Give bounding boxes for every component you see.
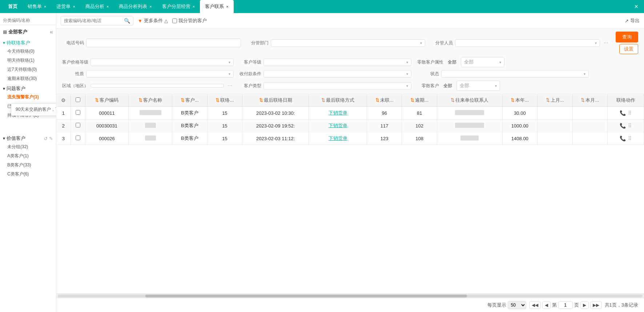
sidebar-item-c-class[interactable]: C类客户(6) <box>0 170 56 179</box>
row3-select[interactable] <box>76 135 80 140</box>
settings-button[interactable]: 设置 <box>619 44 638 54</box>
header-this-month[interactable]: ⇅本月... <box>572 94 608 107</box>
row3-checkbox[interactable] <box>71 132 85 145</box>
phone-input[interactable] <box>86 39 241 47</box>
query-button[interactable]: 查询 <box>616 32 638 42</box>
scattered-attr-select[interactable]: 全部 ▾ <box>461 57 504 67</box>
header-unit-contact[interactable]: ⇅往来单位联系人 <box>437 94 502 107</box>
close-customer-contact-tab[interactable]: × <box>226 4 228 9</box>
page-size-select[interactable]: 10 20 50 100 <box>508 301 526 309</box>
row1-select[interactable] <box>76 110 80 115</box>
scattered-customer-select[interactable]: 全部 ▾ <box>456 81 500 91</box>
row3-phone-icon[interactable]: 📞 <box>620 135 626 141</box>
more-conditions-button[interactable]: ▼ 更多条件 △ <box>138 17 168 24</box>
sidebar-item-a-class[interactable]: A类客户(1) <box>0 151 56 161</box>
next-page-button[interactable]: ▶ <box>580 301 589 309</box>
header-last-contact-date[interactable]: ⇅最后联络日期 <box>242 94 309 107</box>
sidebar-collapse-icon[interactable]: « <box>50 29 53 35</box>
close-customer-segment-tab[interactable]: × <box>193 4 195 9</box>
nature-select[interactable]: ▾ <box>86 70 234 78</box>
customer-grade-select[interactable]: ▾ <box>263 58 411 66</box>
first-page-button[interactable]: ◀◀ <box>529 301 541 309</box>
row1-checkbox[interactable] <box>71 107 85 119</box>
price-grade-select[interactable]: ▾ <box>90 58 234 66</box>
sidebar-section-value[interactable]: 价值客户 ↺ ✎ <box>0 133 56 142</box>
export-button[interactable]: ↗ 导出 <box>625 17 640 24</box>
close-goods-analysis-list-tab[interactable]: × <box>149 4 152 9</box>
header-checkbox[interactable] <box>71 94 85 107</box>
header-customer-type[interactable]: ⇅客户... <box>172 94 208 107</box>
row1-more-icon[interactable]: ⠿ <box>628 110 632 116</box>
region-select[interactable] <box>90 84 224 88</box>
row3-method-link[interactable]: 下销货单 <box>329 135 347 141</box>
edit-icon[interactable]: ✎ <box>49 136 53 141</box>
header-customer-code[interactable]: ⇅客户编码 <box>85 94 129 107</box>
sidebar-item-7days-contact[interactable]: 近7天待联络(0) <box>0 65 56 74</box>
sidebar-item-tomorrow-contact[interactable]: 明天待联络(1) <box>0 56 56 65</box>
nav-tab-home[interactable]: 首页 <box>3 0 23 13</box>
nav-tab-goods-analysis-list[interactable]: 商品分析列表 × <box>114 0 157 13</box>
sidebar-section-pending[interactable]: 待联络客户 <box>0 37 56 47</box>
row1-phone-icon[interactable]: 📞 <box>620 110 626 116</box>
scrollbar-track[interactable] <box>58 295 643 297</box>
last-page-button[interactable]: ▶▶ <box>590 301 602 309</box>
sidebar-item-churn-warning[interactable]: 流失预警客户(3) <box>0 93 56 102</box>
header-this-year[interactable]: ⇅本年... <box>502 94 538 107</box>
row2-phone-icon[interactable]: 📞 <box>620 123 626 129</box>
sidebar-all-customers[interactable]: ⊞ 全部客户 « <box>0 27 56 37</box>
sidebar-item-ungrouped[interactable]: 未分组(32) <box>0 142 56 151</box>
close-purchase-tab[interactable]: × <box>73 4 75 9</box>
nav-tab-sales[interactable]: 销售单 × <box>23 0 51 13</box>
nav-tab-goods-analysis[interactable]: 商品分析 × <box>80 0 114 13</box>
payment-select[interactable]: ▾ <box>263 70 411 78</box>
page-number-input[interactable] <box>558 301 573 309</box>
nav-tab-customer-segment[interactable]: 客户分层经营 × <box>157 0 200 13</box>
row2-method[interactable]: 下销货单 <box>309 119 367 132</box>
my-customers-checkbox[interactable]: 我分管的客户 <box>172 17 207 24</box>
prev-page-button[interactable]: ◀ <box>542 301 551 309</box>
region-more-btn[interactable]: ··· <box>226 82 234 89</box>
header-gear[interactable]: ⚙ <box>56 94 71 107</box>
sidebar-section-problem[interactable]: 问题客户 <box>0 83 56 93</box>
row3-more-icon[interactable]: ⠿ <box>628 135 632 141</box>
row3-method[interactable]: 下销货单 <box>309 132 367 145</box>
sidebar-item-b-class[interactable]: B类客户(33) <box>0 161 56 170</box>
refresh-icon[interactable]: ↺ <box>44 136 48 141</box>
header-customer-name[interactable]: ⇅客户名称 <box>129 94 172 107</box>
nav-tab-purchase[interactable]: 进货单 × <box>51 0 80 13</box>
dept-select[interactable]: ▾ <box>271 39 426 47</box>
header-last-month[interactable]: ⇅上月... <box>538 94 573 107</box>
row2-select[interactable] <box>76 123 80 127</box>
horizontal-scrollbar[interactable] <box>56 293 644 298</box>
header-overdue[interactable]: ⇅逾期... <box>402 94 437 107</box>
gear-icon[interactable]: ⚙ <box>61 97 66 103</box>
close-all-tabs-button[interactable]: × <box>631 3 641 11</box>
header-not-contacted[interactable]: ⇅未联... <box>367 94 402 107</box>
sidebar-item-overdue-contact[interactable]: 逾期未联络(30) <box>0 74 56 83</box>
header-contact-count[interactable]: ⇅联络... <box>207 94 242 107</box>
select-all-checkbox[interactable] <box>76 97 80 102</box>
page-size-selector[interactable]: 每页显示 10 20 50 100 <box>487 301 526 309</box>
row3-this-month <box>572 132 608 145</box>
my-customers-check[interactable] <box>172 19 177 23</box>
scrollbar-thumb[interactable] <box>145 295 467 297</box>
filter-search-box[interactable]: 🔍 <box>61 16 133 25</box>
person-more-btn[interactable]: ··· <box>602 40 610 46</box>
close-sales-tab[interactable]: × <box>44 4 46 9</box>
sidebar-search-box[interactable]: 🔍 <box>0 16 56 25</box>
nav-tab-customer-contact[interactable]: 客户联系 × <box>200 0 233 13</box>
row2-method-link[interactable]: 下销货单 <box>329 123 347 128</box>
sidebar-search-input[interactable] <box>3 18 56 23</box>
row1-method-link[interactable]: 下销货单 <box>329 110 347 116</box>
filter-search-icon[interactable]: 🔍 <box>124 18 130 24</box>
row2-more-icon[interactable]: ⠿ <box>628 123 632 129</box>
close-goods-analysis-tab[interactable]: × <box>106 4 109 9</box>
filter-search-input[interactable] <box>64 18 124 23</box>
customer-type-select[interactable]: ▾ <box>263 82 411 90</box>
row2-checkbox[interactable] <box>71 119 85 132</box>
sidebar-item-today-contact[interactable]: 今天待联络(0) <box>0 47 56 56</box>
person-select[interactable]: ▾ <box>455 39 600 47</box>
row1-method[interactable]: 下销货单 <box>309 107 367 119</box>
status-select[interactable]: ▾ <box>441 70 589 78</box>
header-last-contact-method[interactable]: ⇅最后联络方式 <box>309 94 367 107</box>
